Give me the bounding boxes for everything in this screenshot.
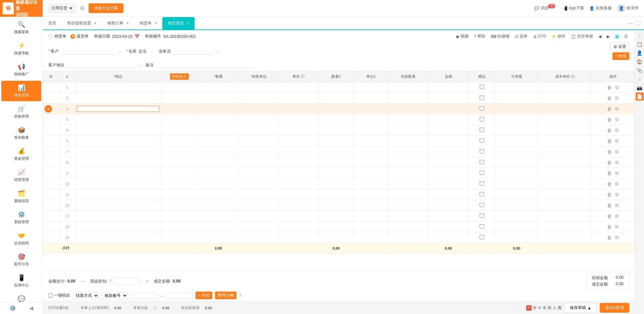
sale-unit-cell[interactable]	[238, 114, 279, 125]
quantity-cell[interactable]	[198, 93, 238, 104]
calc-method-select[interactable]: 结算方式	[73, 292, 99, 299]
copy-btn[interactable]: ⧉	[614, 138, 620, 144]
amount-cell[interactable]	[428, 232, 469, 243]
add-payment-btn[interactable]: + 添加	[196, 292, 212, 299]
th-scan[interactable]: 扫码录入	[161, 71, 198, 82]
add-logistics-btn[interactable]: + 物流	[612, 52, 629, 60]
package-qty-cell[interactable]	[388, 146, 429, 157]
address-input[interactable]	[66, 62, 133, 68]
gift-cell[interactable]	[469, 222, 495, 232]
unit2-cell[interactable]	[354, 200, 388, 211]
radio-sale-goods[interactable]: 销货单	[48, 34, 66, 39]
available-cell[interactable]	[495, 179, 538, 189]
package-qty-cell[interactable]	[388, 200, 429, 211]
rp-btn-4[interactable]: 🏠	[636, 58, 644, 66]
prev-btn[interactable]: ◀	[597, 34, 603, 40]
unit-price-cell[interactable]	[278, 232, 319, 243]
gift-cell[interactable]	[469, 114, 495, 125]
quantity2-cell[interactable]	[319, 136, 354, 146]
discount-help-icon[interactable]: ?	[109, 279, 112, 284]
rp-btn-7[interactable]: 📷	[636, 84, 644, 92]
unit2-cell[interactable]	[354, 211, 388, 222]
unit2-cell[interactable]	[354, 82, 388, 93]
gift-checkbox[interactable]	[480, 85, 484, 89]
quantity2-cell[interactable]	[319, 200, 354, 211]
available-cell[interactable]	[495, 93, 538, 104]
cost-unit-cell[interactable]	[538, 179, 592, 189]
gift-cell[interactable]	[469, 104, 495, 114]
product-cell[interactable]	[75, 179, 161, 189]
package-qty-cell[interactable]	[388, 82, 429, 93]
amount-cell[interactable]	[428, 189, 469, 200]
video-btn[interactable]: ▶ 视频	[455, 33, 470, 40]
tab-sale-return-close[interactable]: ✕	[186, 21, 189, 25]
package-qty-cell[interactable]	[388, 136, 429, 146]
sidebar-item-wechat[interactable]: 💬 企业微信	[1, 292, 41, 302]
quantity2-cell[interactable]	[319, 179, 354, 189]
product-cell[interactable]	[75, 93, 161, 104]
quantity-cell[interactable]	[198, 104, 238, 114]
delete-btn[interactable]: 🗑	[606, 127, 612, 133]
quantity2-cell[interactable]	[319, 211, 354, 222]
customer-input[interactable]	[61, 48, 114, 55]
warehouse-more-btn[interactable]: ...	[150, 49, 153, 54]
sidebar-settings-btn[interactable]: ⚙️	[9, 305, 16, 311]
sale-unit-cell[interactable]	[238, 222, 279, 232]
amount-cell[interactable]	[428, 200, 469, 211]
available-cell[interactable]	[495, 114, 538, 125]
product-cell[interactable]	[75, 222, 161, 232]
one-click-checkbox[interactable]	[48, 293, 53, 298]
gift-checkbox[interactable]	[480, 160, 484, 164]
copy-btn[interactable]: ⧉	[614, 117, 620, 123]
product-cell[interactable]	[75, 189, 161, 200]
remark-input[interactable]	[156, 62, 256, 68]
tab-sale-return[interactable]: 销货退货 ✕	[162, 17, 195, 30]
maximize-btn[interactable]: ⛶	[635, 20, 641, 26]
tab-sale-goods-close[interactable]: ✕	[154, 21, 157, 25]
unit-price-cell[interactable]	[278, 146, 319, 157]
product-input[interactable]	[77, 106, 159, 112]
gift-cell[interactable]	[469, 82, 495, 93]
quantity-cell[interactable]	[198, 222, 238, 232]
amount-cell[interactable]	[428, 114, 469, 125]
gift-checkbox[interactable]	[480, 235, 484, 239]
fee-split-btn[interactable]: 费用分摊	[215, 292, 236, 299]
sidebar-item-marketing[interactable]: 📢 营销推广	[1, 60, 41, 80]
delete-btn[interactable]: 🗑	[606, 192, 612, 198]
operation-btn[interactable]: ⚡ 操作	[550, 33, 567, 40]
available-cell[interactable]	[495, 222, 538, 232]
rp-btn-6[interactable]: ☆	[636, 75, 644, 83]
unit2-cell[interactable]	[354, 146, 388, 157]
gift-cell[interactable]	[469, 168, 495, 179]
product-cell[interactable]	[75, 157, 161, 168]
tab-sale-order[interactable]: 销售订单 ✕	[102, 17, 134, 30]
quantity2-cell[interactable]	[319, 168, 354, 179]
sale-unit-cell[interactable]	[238, 125, 279, 136]
rp-btn-2[interactable]: 📋	[636, 40, 644, 48]
sale-unit-cell[interactable]	[238, 168, 279, 179]
sale-unit-cell[interactable]	[238, 189, 279, 200]
unit2-cell[interactable]	[354, 179, 388, 189]
product-cell[interactable]	[75, 211, 161, 222]
gift-cell[interactable]	[469, 179, 495, 189]
amount-cell[interactable]	[428, 222, 469, 232]
gift-checkbox[interactable]	[480, 224, 484, 229]
copy-btn[interactable]: ⧉	[614, 224, 620, 230]
amount-cell[interactable]	[428, 146, 469, 157]
sidebar-item-finance[interactable]: 💰 资金管理	[1, 144, 41, 165]
cost-unit-cell[interactable]	[538, 136, 592, 146]
delete-btn[interactable]: 🗑	[606, 202, 612, 208]
cost-unit-cell[interactable]	[538, 200, 592, 211]
quantity2-cell[interactable]	[319, 93, 354, 104]
gift-cell[interactable]	[469, 200, 495, 211]
product-cell[interactable]	[75, 82, 161, 93]
sidebar-item-basic[interactable]: 🗂️ 基础信息	[1, 186, 41, 207]
package-qty-cell[interactable]	[388, 104, 429, 114]
quantity-cell[interactable]	[198, 211, 238, 222]
available-cell[interactable]	[495, 200, 538, 211]
unit-price-cell[interactable]	[278, 200, 319, 211]
account-more-btn[interactable]: ...	[160, 293, 163, 298]
gift-cell[interactable]	[469, 211, 495, 222]
package-qty-cell[interactable]	[388, 125, 429, 136]
amount-cell[interactable]	[428, 82, 469, 93]
